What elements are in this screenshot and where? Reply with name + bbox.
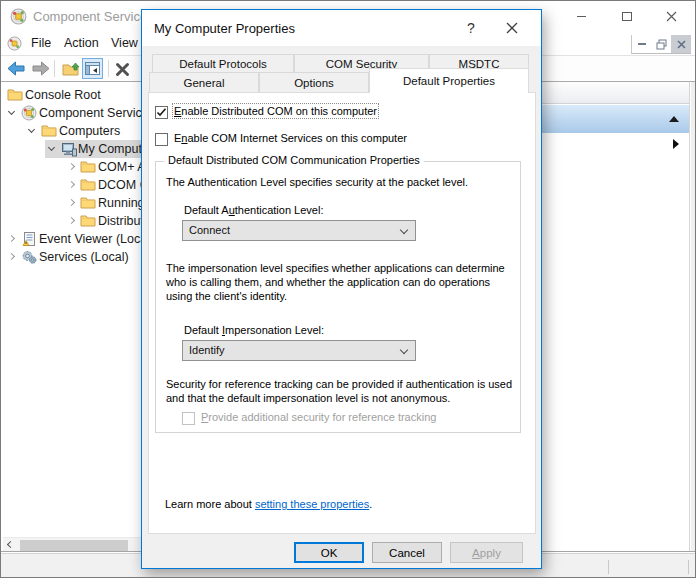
actions-pane [535, 82, 690, 552]
more-actions-icon[interactable] [673, 139, 679, 149]
setting-properties-link[interactable]: setting these properties [255, 498, 369, 510]
child-window-controls [631, 35, 691, 54]
component-services-icon [21, 105, 37, 124]
delete-icon[interactable] [115, 62, 130, 81]
minimize-icon [577, 16, 586, 17]
dialog-title-bar: My Computer Properties ? [142, 10, 541, 46]
enable-cis-checkbox[interactable] [155, 133, 168, 146]
actions-pane-header [535, 82, 689, 104]
computer-icon [60, 141, 77, 160]
event-viewer-icon [21, 231, 37, 250]
enable-dcom-checkbox[interactable] [155, 106, 168, 119]
impersonation-description-line3: using the client's identity. [166, 290, 287, 302]
chevron-down-icon [400, 346, 408, 354]
services-gear-icon [21, 249, 37, 268]
chevron-collapsed-icon[interactable] [8, 235, 15, 242]
dialog-title: My Computer Properties [154, 21, 295, 36]
impersonation-description-line2: who is calling them, and whether the app… [166, 276, 490, 288]
minimize-icon [638, 43, 646, 45]
tab-general[interactable]: General [149, 72, 259, 92]
toolbar-separator [108, 60, 109, 77]
reference-tracking-description-line2: and that the default impersonation level… [166, 392, 450, 404]
menu-file[interactable]: File [31, 36, 51, 50]
up-one-level-icon[interactable] [62, 61, 80, 81]
collapse-section-icon[interactable] [669, 116, 679, 122]
impersonation-description-line1: The impersonation level specifies whethe… [166, 262, 505, 274]
group-title: Default Distributed COM Communication Pr… [164, 154, 424, 166]
chevron-collapsed-icon[interactable] [68, 163, 75, 170]
chevron-collapsed-icon[interactable] [68, 217, 75, 224]
window-edge [691, 82, 696, 552]
status-separator [608, 560, 609, 574]
impersonation-level-label: Default Impersonation Level: [184, 324, 324, 336]
close-icon [666, 11, 677, 22]
toolbar-separator [54, 60, 55, 77]
tab-default-protocols[interactable]: Default Protocols [152, 54, 294, 73]
authentication-level-select[interactable]: Connect [182, 220, 416, 241]
child-close-button[interactable] [671, 35, 691, 53]
menu-view[interactable]: View [111, 36, 138, 50]
chevron-collapsed-icon[interactable] [68, 199, 75, 206]
dialog-close-button[interactable] [494, 16, 530, 40]
folder-icon [41, 123, 57, 141]
chevron-collapsed-icon[interactable] [68, 181, 75, 188]
component-services-window: Component Services File Action View [0, 0, 696, 578]
reference-tracking-label: Provide additional security for referenc… [201, 411, 436, 423]
folder-icon [80, 159, 96, 177]
dcom-communication-group: Default Distributed COM Communication Pr… [155, 161, 521, 433]
authentication-description: The Authentication Level specifies secur… [166, 176, 468, 188]
enable-dcom-label[interactable]: Enable Distributed COM on this computer [174, 105, 377, 117]
chevron-collapsed-icon[interactable] [8, 253, 15, 260]
folder-icon [80, 195, 96, 213]
console-tree-icon [85, 62, 100, 75]
learn-more-text: Learn more about setting these propertie… [165, 498, 372, 510]
back-icon[interactable] [7, 61, 26, 80]
actions-section-header[interactable] [535, 105, 689, 133]
reference-tracking-description-line1: Security for reference tracking can be p… [166, 378, 512, 390]
chevron-expanded-icon[interactable] [28, 126, 35, 133]
console-icon [7, 36, 22, 55]
minimize-button[interactable] [559, 1, 604, 31]
impersonation-level-value: Identify [189, 344, 224, 356]
default-properties-page: Enable Distributed COM on this computer … [148, 92, 536, 534]
chevron-down-icon [400, 226, 408, 234]
app-logo-icon [10, 8, 27, 29]
tab-default-properties[interactable]: Default Properties [369, 68, 529, 93]
close-icon [506, 22, 518, 34]
chevron-expanded-icon[interactable] [8, 108, 15, 115]
reference-tracking-checkbox [182, 412, 195, 425]
menu-action[interactable]: Action [64, 36, 99, 50]
forward-icon[interactable] [31, 61, 50, 80]
child-minimize-button[interactable] [632, 35, 652, 53]
folder-icon [7, 87, 23, 105]
scroll-left-icon[interactable] [7, 541, 14, 548]
check-icon [156, 107, 167, 118]
scrollbar-thumb[interactable] [20, 540, 128, 551]
window-title: Component Services [33, 9, 154, 24]
my-computer-properties-dialog: My Computer Properties ? Default Protoco… [141, 9, 542, 569]
status-separator [688, 560, 689, 574]
apply-button: Apply [450, 542, 523, 563]
folder-icon [80, 177, 96, 195]
maximize-button[interactable] [604, 1, 649, 31]
enable-cis-label[interactable]: Enable COM Internet Services on this com… [174, 132, 407, 144]
show-hide-console-tree-button[interactable] [82, 58, 103, 79]
authentication-level-label: Default Authentication Level: [184, 204, 323, 216]
dialog-help-button[interactable]: ? [458, 16, 484, 40]
folder-icon [80, 213, 96, 231]
close-button[interactable] [649, 1, 694, 31]
child-restore-button[interactable] [652, 35, 672, 53]
cancel-button[interactable]: Cancel [372, 542, 442, 563]
tab-options[interactable]: Options [259, 72, 369, 92]
ok-button[interactable]: OK [294, 542, 364, 563]
restore-icon [656, 39, 667, 50]
close-icon [677, 40, 686, 49]
impersonation-level-select[interactable]: Identify [182, 340, 416, 361]
maximize-icon [622, 12, 632, 21]
authentication-level-value: Connect [189, 224, 230, 236]
